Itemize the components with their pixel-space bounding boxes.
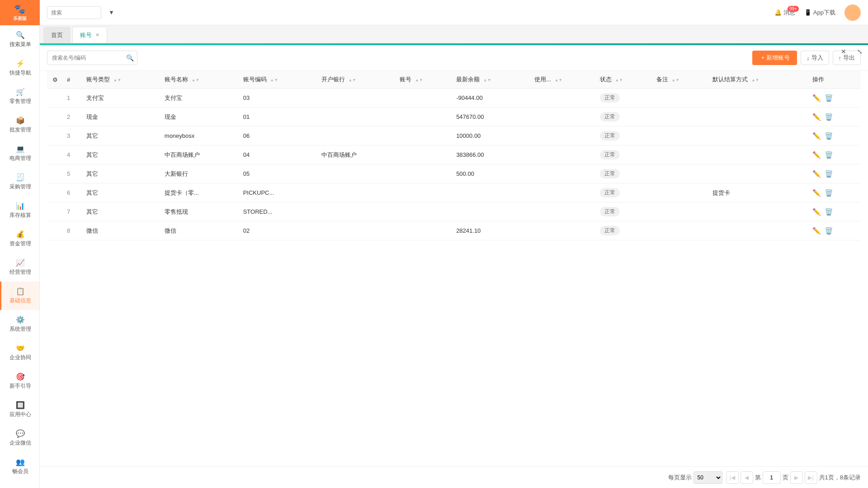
th-status[interactable]: 状态 ▲▼: [596, 71, 653, 89]
tab-close-icon[interactable]: ✕: [95, 32, 99, 38]
th-usage[interactable]: 使用... ▲▼: [531, 71, 596, 89]
sidebar-item-shortcut[interactable]: ⚡ 快捷导航: [0, 54, 39, 82]
delete-icon[interactable]: 🗑️: [825, 113, 833, 121]
sidebar-item-search[interactable]: 🔍 搜索菜单: [0, 25, 39, 54]
avatar[interactable]: [844, 5, 861, 21]
td-type: 微信: [83, 221, 161, 240]
import-button[interactable]: ↓ 导入: [801, 51, 829, 65]
sidebar-item-system[interactable]: ⚙️ 系统管理: [0, 310, 39, 338]
sidebar-item-member[interactable]: 👥 畅会员: [0, 452, 39, 481]
sidebar-item-operations[interactable]: 📈 经营管理: [0, 253, 39, 282]
delete-icon[interactable]: 🗑️: [825, 208, 833, 216]
sidebar-item-label-purchase: 采购管理: [9, 183, 31, 191]
message-button[interactable]: 🔔 消息 99+: [774, 9, 795, 17]
op-icons: ✏️ 🗑️: [812, 94, 857, 102]
sort-icon-name: ▲▼: [191, 78, 199, 82]
edit-icon[interactable]: ✏️: [812, 208, 821, 216]
sidebar-item-wholesale[interactable]: 📦 批发管理: [0, 111, 39, 139]
delete-icon[interactable]: 🗑️: [825, 132, 833, 140]
app-logo: 🐾 乐差版: [0, 0, 40, 25]
first-page-button[interactable]: |◀: [726, 471, 739, 484]
th-remark[interactable]: 备注 ▲▼: [653, 71, 709, 89]
sidebar-item-apps[interactable]: 🔲 应用中心: [0, 395, 39, 424]
sidebar-item-wechat[interactable]: 💬 企业微信: [0, 424, 39, 452]
tab-home[interactable]: 首页: [43, 27, 71, 43]
delete-icon[interactable]: 🗑️: [825, 151, 833, 159]
app-download-button[interactable]: 📱 App下载: [804, 9, 835, 17]
edit-icon[interactable]: ✏️: [812, 227, 821, 235]
td-type: 其它: [83, 127, 161, 145]
sidebar-item-retail[interactable]: 🛒 零售管理: [0, 82, 39, 111]
topbar-dropdown[interactable]: ▼: [107, 9, 114, 16]
td-type: 支付宝: [83, 89, 161, 108]
per-page-select[interactable]: 50 100 200: [693, 471, 722, 484]
td-balance: 500.00: [453, 164, 531, 183]
th-settings[interactable]: ⚙: [47, 71, 63, 89]
sidebar-item-agreement[interactable]: 🤝 企业协同: [0, 338, 39, 367]
table-row: 6 其它 提货卡（零... PICKUPC... 正常 提货卡 ✏️ 🗑️: [47, 183, 861, 202]
td-settings: [47, 221, 63, 240]
td-status: 正常: [596, 145, 653, 164]
search-input[interactable]: [47, 51, 137, 65]
td-name: 提货卡（零...: [161, 183, 240, 202]
td-status: 正常: [596, 202, 653, 221]
edit-icon[interactable]: ✏️: [812, 113, 821, 121]
th-balance[interactable]: 最新余额 ▲▼: [453, 71, 531, 89]
td-balance: 10000.00: [453, 127, 531, 145]
td-name: moneybosx: [161, 127, 240, 145]
window-controls: ✕ ⤡: [835, 43, 868, 60]
delete-icon[interactable]: 🗑️: [825, 227, 833, 235]
search-button[interactable]: 🔍: [126, 54, 134, 61]
main-area: ▼ 🔔 消息 99+ 📱 App下载 首页 账号 ✕: [40, 0, 868, 488]
td-default-pay: [709, 89, 809, 108]
edit-icon[interactable]: ✏️: [812, 132, 821, 140]
sidebar-item-inventory[interactable]: 📊 库存核算: [0, 196, 39, 225]
table-row: 3 其它 moneybosx 06 10000.00 正常 ✏️ 🗑️: [47, 127, 861, 145]
sidebar-item-ecommerce[interactable]: 💻 电商管理: [0, 139, 39, 168]
sidebar-item-basic[interactable]: 📋 基础信息: [0, 282, 39, 310]
td-balance: 383866.00: [453, 145, 531, 164]
td-default-pay: [709, 221, 809, 240]
td-name: 支付宝: [161, 89, 240, 108]
sidebar-item-label-member: 畅会员: [12, 468, 28, 475]
sidebar-item-label-wechat: 企业微信: [9, 439, 31, 447]
edit-icon[interactable]: ✏️: [812, 170, 821, 178]
delete-icon[interactable]: 🗑️: [825, 170, 833, 178]
last-page-button[interactable]: ▶|: [805, 471, 817, 484]
td-name: 现金: [161, 108, 240, 127]
sidebar-item-purchase[interactable]: 🧾 采购管理: [0, 168, 39, 196]
table-row: 1 支付宝 支付宝 03 -90444.00 正常 ✏️ 🗑️: [47, 89, 861, 108]
th-account[interactable]: 账号 ▲▼: [396, 71, 453, 89]
page-number-input[interactable]: [763, 471, 781, 484]
tab-account[interactable]: 账号 ✕: [72, 27, 107, 43]
status-badge: 正常: [600, 131, 620, 141]
th-bank[interactable]: 开户银行 ▲▼: [318, 71, 396, 89]
delete-icon[interactable]: 🗑️: [825, 94, 833, 102]
td-op: ✏️ 🗑️: [809, 89, 861, 108]
td-num: 1: [63, 89, 83, 108]
next-page-button[interactable]: ▶: [790, 471, 803, 484]
edit-icon[interactable]: ✏️: [812, 189, 821, 197]
tab-account-label: 账号: [80, 31, 92, 39]
td-default-pay: 提货卡: [709, 183, 809, 202]
add-account-button[interactable]: + 新增账号: [752, 51, 797, 65]
sidebar-item-label-basic: 基础信息: [9, 297, 31, 305]
edit-icon[interactable]: ✏️: [812, 151, 821, 159]
close-window-button[interactable]: ✕: [835, 43, 852, 60]
prev-page-button[interactable]: ◀: [741, 471, 753, 484]
td-num: 6: [63, 183, 83, 202]
sidebar-item-guide[interactable]: 🎯 新手引导: [0, 367, 39, 395]
per-page-label: 每页显示: [668, 474, 692, 482]
sidebar-item-label-guide: 新手引导: [9, 382, 31, 390]
td-num: 7: [63, 202, 83, 221]
td-account: [396, 221, 453, 240]
th-default-pay[interactable]: 默认结算方式 ▲▼: [709, 71, 809, 89]
sidebar-item-finance[interactable]: 💰 资金管理: [0, 225, 39, 253]
th-name[interactable]: 账号名称 ▲▼: [161, 71, 240, 89]
delete-icon[interactable]: 🗑️: [825, 189, 833, 197]
edit-icon[interactable]: ✏️: [812, 94, 821, 102]
topbar-search-input[interactable]: [47, 6, 101, 19]
th-type[interactable]: 账号类型 ▲▼: [83, 71, 161, 89]
th-code[interactable]: 账号编码 ▲▼: [240, 71, 318, 89]
expand-window-button[interactable]: ⤡: [852, 43, 868, 60]
